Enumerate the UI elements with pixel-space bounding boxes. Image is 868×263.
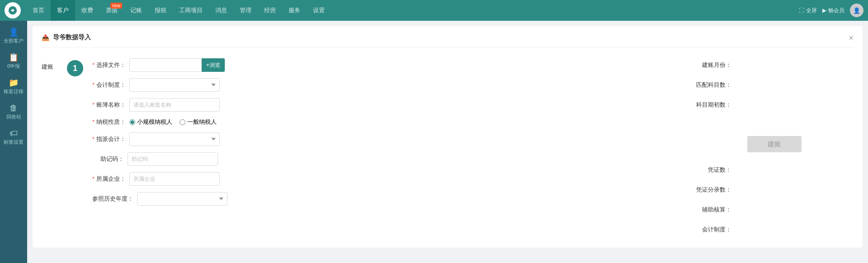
accountant-label: 指派会计： [92,135,126,143]
form-row-memo: 助记码： [92,152,682,166]
nav-item-bookkeeping[interactable]: 记账 [124,0,148,21]
nav-item-settings[interactable]: 设置 [307,0,331,21]
ledger-name-input[interactable] [129,98,220,112]
accountant-select[interactable] [129,132,220,146]
card: 📤 导爷数据导入 × 建账 1 选择文件： +浏览 [33,26,863,248]
nav-badge-new: new [110,3,122,9]
radio-group-tax: 小规模纳税人 一般纳税人 [129,118,217,126]
nav-item-manage[interactable]: 管理 [233,0,258,21]
form-row-ledger: 账簿名称： [92,98,682,112]
form-row-tax: 纳税性质： 小规模纳税人 一般纳税人 [92,118,682,126]
file-input-group: +浏览 [129,58,225,72]
form-row-file: 选择文件： +浏览 [92,58,682,72]
ledger-label: 账簿名称： [92,101,126,109]
nav-item-business[interactable]: 工商项目 [173,0,209,21]
card-header: 📤 导爷数据导入 [42,33,854,47]
radio-general[interactable]: 一般纳税人 [180,118,217,126]
build-account-button[interactable]: 建账 [747,136,802,152]
fullscreen-icon: ⛶ [799,7,804,14]
nav-right: ⛶ 全屏 ▶ 畅会员 👤 [799,4,863,17]
nav-item-tax[interactable]: 报税 [148,0,173,21]
logo [5,2,21,19]
tax-label: 纳税性质： [92,118,126,126]
info-row-voucher-count: 凭证数： [695,163,854,177]
aux-accounting-label: 辅助核算： [695,206,731,214]
build-month-label: 建账月份： [695,61,731,69]
sidebar-item-tags[interactable]: 🏷 标签设置 [0,126,27,149]
memo-label: 助记码： [92,155,124,163]
info-row-voucher-records: 凭证分录数： [695,183,854,197]
info-row-aux-accounting: 辅助核算： [695,203,854,216]
step-label: 建账 [42,58,53,71]
file-input[interactable] [129,58,202,72]
main-layout: 👤 全部客户 📋 0申报 📁 账套迁移 🗑 回收站 🏷 标签设置 📤 导爷数据导… [0,21,868,263]
sidebar-item-all-customers[interactable]: 👤 全部客户 [0,24,27,48]
declaration-icon: 📋 [9,53,19,61]
right-section: 建账月份： 匹配科目数： 科目期初数： 建账 [682,58,854,236]
file-label: 选择文件： [92,61,126,69]
ref-year-select[interactable] [137,192,228,206]
card-title: 导爷数据导入 [53,33,91,42]
info-row-accounting-system: 会计制度： [695,223,854,236]
vip-button[interactable]: ▶ 畅会员 [822,7,844,14]
migration-icon: 📁 [9,79,19,87]
form-grid: 选择文件： +浏览 会计制度： [92,58,682,206]
nav-item-operation[interactable]: 经营 [258,0,282,21]
trash-icon: 🗑 [9,104,18,112]
sidebar-item-declaration[interactable]: 📋 0申报 [0,50,27,73]
match-subjects-label: 匹配科目数： [695,81,731,89]
info-row-match-subjects: 匹配科目数： [695,78,854,92]
subject-initial-label: 科目期初数： [695,101,731,109]
import-icon: 📤 [42,34,49,41]
nav-item-customer[interactable]: 客户 [51,0,75,21]
company-label: 所属企业： [92,175,126,183]
voucher-count-label: 凭证数： [695,166,731,174]
ref-year-label: 参照历史年度： [92,195,133,203]
form-row-accountant: 指派会计： [92,132,682,146]
radio-general-input[interactable] [180,119,185,125]
info-row-subject-initial: 科目期初数： [695,98,854,112]
nav-item-message[interactable]: 消息 [209,0,233,21]
voucher-records-label: 凭证分录数： [695,186,731,194]
nav-item-service[interactable]: 服务 [282,0,307,21]
sidebar-item-trash[interactable]: 🗑 回收站 [0,100,27,124]
fullscreen-button[interactable]: ⛶ 全屏 [799,7,817,14]
avatar[interactable]: 👤 [850,4,863,17]
nav-items: 首页 客户 收费 票据 new 记账 报税 工商项目 消息 管理 经营 服务 设… [26,0,799,21]
sidebar-item-migration[interactable]: 📁 账套迁移 [0,75,27,99]
accounting-system-select[interactable] [129,78,220,92]
step-section: 建账 1 选择文件： +浏览 会计制度： [42,58,682,236]
browse-button[interactable]: +浏览 [202,58,225,72]
tags-icon: 🏷 [9,129,18,137]
all-customers-icon: 👤 [9,28,19,36]
form-content: 建账 1 选择文件： +浏览 会计制度： [42,58,854,236]
company-input[interactable] [129,172,220,186]
content: 📤 导爷数据导入 × 建账 1 选择文件： +浏览 [27,21,868,263]
vip-icon: ▶ [822,7,826,14]
radio-small-scale[interactable]: 小规模纳税人 [129,118,172,126]
top-nav: 首页 客户 收费 票据 new 记账 报税 工商项目 消息 管理 经营 服务 设… [0,0,868,21]
form-row-ref-year: 参照历史年度： [92,192,682,206]
step-circle: 1 [67,60,83,76]
form-row-company: 所属企业： [92,172,682,186]
form-row-accounting: 会计制度： [92,78,682,92]
accounting-system-label: 会计制度： [695,225,731,234]
nav-item-invoice[interactable]: 票据 new [100,0,124,21]
info-row-build-month: 建账月份： [695,58,854,72]
sidebar: 👤 全部客户 📋 0申报 📁 账套迁移 🗑 回收站 🏷 标签设置 [0,21,27,263]
nav-item-home[interactable]: 首页 [26,0,51,21]
radio-small-scale-input[interactable] [129,119,135,125]
accounting-label: 会计制度： [92,81,126,89]
nav-item-fee[interactable]: 收费 [75,0,100,21]
close-button[interactable]: × [849,33,854,43]
memo-input[interactable] [128,152,218,166]
